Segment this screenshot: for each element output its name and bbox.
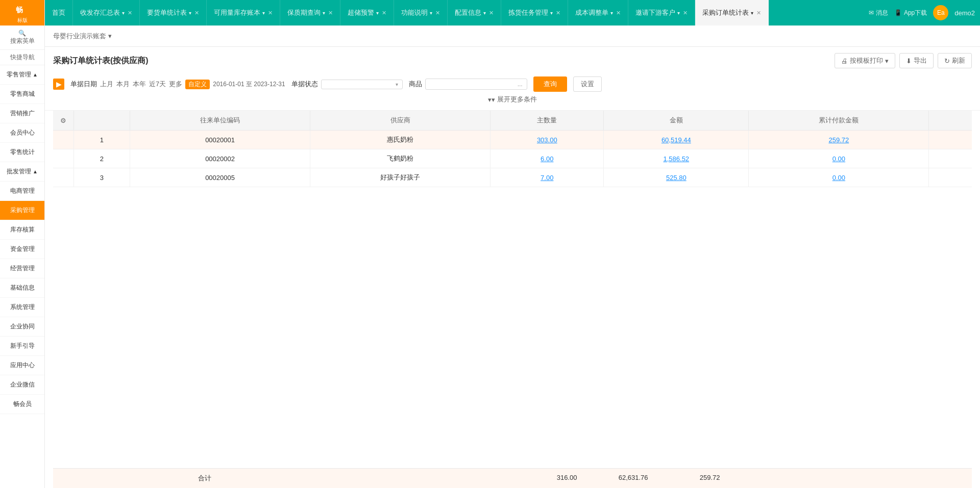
- tab-arrow-icon: ▾: [483, 10, 486, 16]
- tab-close-icon[interactable]: ✕: [683, 10, 688, 16]
- row-quantity[interactable]: 6.00: [491, 149, 604, 168]
- row-index: 2: [74, 149, 130, 168]
- tab-arrow-icon: ▾: [610, 10, 613, 16]
- sidebar-item-wholesale[interactable]: 批发管理 ▲: [0, 162, 44, 182]
- custom-date-badge[interactable]: 自定义: [185, 80, 210, 89]
- shortcut-more[interactable]: 更多: [169, 80, 182, 89]
- row-paid[interactable]: 259.72: [749, 131, 929, 149]
- row-quantity[interactable]: 303.00: [491, 131, 604, 149]
- message-button[interactable]: ✉ 消息: [869, 9, 888, 17]
- tab-close-icon[interactable]: ✕: [616, 10, 621, 16]
- row-extra: [929, 149, 972, 168]
- expand-more-row: ▾▾ 展开更多条件: [53, 92, 972, 106]
- sidebar-item-appcenter[interactable]: 应用中心: [0, 356, 44, 375]
- tab-close-icon[interactable]: ✕: [268, 10, 273, 16]
- sidebar-item-marketing[interactable]: 营销推广: [0, 104, 44, 123]
- sidebar-item-ecommerce[interactable]: 电商管理: [0, 182, 44, 201]
- tab-close-icon[interactable]: ✕: [382, 10, 386, 16]
- shortcut-7days[interactable]: 近7天: [149, 80, 166, 89]
- footer-paid: 259.72: [669, 474, 751, 483]
- sidebar-item-purchase[interactable]: 采购管理: [0, 201, 44, 220]
- tab-receive[interactable]: 收发存汇总表 ▾ ✕: [73, 0, 140, 25]
- tab-expiry[interactable]: 保质期查询 ▾ ✕: [280, 0, 340, 25]
- row-extra: [929, 131, 972, 149]
- query-button[interactable]: 查询: [533, 76, 567, 92]
- shortcut-this-year[interactable]: 本年: [133, 80, 146, 89]
- tab-config[interactable]: 配置信息 ▾ ✕: [448, 0, 501, 25]
- column-unit-code: 往来单位编码: [130, 111, 310, 131]
- sidebar-item-basic[interactable]: 基础信息: [0, 278, 44, 298]
- filter-status-item: 单据状态 ▾: [291, 80, 403, 89]
- sidebar-item-retail[interactable]: 零售管理 ▲: [0, 65, 44, 85]
- table-row: 1 00020001 惠氏奶粉 303.00 60,519.44 259.72: [53, 131, 972, 149]
- tab-close-icon[interactable]: ✕: [194, 10, 199, 16]
- avatar: Ea: [933, 5, 948, 20]
- shortcut-this-month[interactable]: 本月: [116, 80, 130, 89]
- sidebar-item-inventory[interactable]: 库存核算: [0, 220, 44, 240]
- app-download-button[interactable]: 📱 App下载: [894, 9, 927, 17]
- settings-button[interactable]: 设置: [573, 76, 602, 92]
- expand-more-button[interactable]: ▾▾ 展开更多条件: [488, 95, 537, 104]
- tab-close-icon[interactable]: ✕: [128, 10, 132, 16]
- tab-home[interactable]: 首页: [45, 0, 73, 25]
- export-button[interactable]: ⬇ 导出: [899, 53, 934, 68]
- row-amount[interactable]: 60,519.44: [604, 131, 749, 149]
- sidebar-item-wechat[interactable]: 企业微信: [0, 375, 44, 395]
- row-amount[interactable]: 1,586.52: [604, 149, 749, 168]
- row-amount[interactable]: 525.80: [604, 168, 749, 187]
- username-label[interactable]: demo2: [954, 9, 975, 17]
- tab-packing[interactable]: 拣货任务管理 ▾ ✕: [501, 0, 568, 25]
- sidebar-item-retail-stat[interactable]: 零售统计: [0, 143, 44, 162]
- filter-toggle-button[interactable]: ▶: [53, 79, 64, 90]
- tab-close-icon[interactable]: ✕: [328, 10, 333, 16]
- row-paid[interactable]: 0.00: [749, 168, 929, 187]
- export-icon: ⬇: [906, 57, 912, 65]
- account-selector[interactable]: 母婴行业演示账套 ▾: [53, 32, 112, 41]
- sidebar-item-finance[interactable]: 资金管理: [0, 240, 44, 259]
- tab-arrow-icon: ▾: [550, 10, 553, 16]
- footer-empty-3: [315, 474, 536, 483]
- data-table: ⚙ 往来单位编码 供应商 主数量 金额 累计付款金额 1: [53, 111, 972, 187]
- goods-input[interactable]: ...: [425, 79, 527, 90]
- tab-close-icon[interactable]: ✕: [556, 10, 560, 16]
- app-subtitle: 标版: [17, 17, 28, 24]
- table-body: 1 00020001 惠氏奶粉 303.00 60,519.44 259.72 …: [53, 131, 972, 187]
- tab-purchase-stat[interactable]: 采购订单统计表 ▾ ✕: [695, 0, 769, 25]
- tab-available[interactable]: 可用量库存账本 ▾ ✕: [207, 0, 280, 25]
- tab-close-icon[interactable]: ✕: [489, 10, 494, 16]
- tab-invite[interactable]: 邀请下游客户 ▾ ✕: [628, 0, 695, 25]
- goods-filter-label: 商品: [409, 80, 422, 89]
- refresh-button[interactable]: ↻ 刷新: [938, 53, 972, 68]
- page-header: 采购订单统计表(按供应商) 🖨 按模板打印 ▾ ⬇ 导出 ↻ 刷新: [45, 47, 980, 72]
- sidebar-item-operations[interactable]: 经营管理: [0, 259, 44, 278]
- row-settings: [53, 168, 74, 187]
- row-paid[interactable]: 0.00: [749, 149, 929, 168]
- tab-demand[interactable]: 要货单统计表 ▾ ✕: [140, 0, 207, 25]
- sidebar-item-quicknav[interactable]: 快捷导航: [0, 50, 44, 65]
- tab-funcguide[interactable]: 功能说明 ▾ ✕: [394, 0, 448, 25]
- sidebar-item-member[interactable]: 会员中心: [0, 123, 44, 143]
- page-actions: 🖨 按模板打印 ▾ ⬇ 导出 ↻ 刷新: [835, 53, 972, 68]
- sidebar-item-search[interactable]: 🔍 搜索英单: [0, 25, 44, 50]
- template-print-button[interactable]: 🖨 按模板打印 ▾: [835, 53, 895, 68]
- header-bar: 母婴行业演示账套 ▾: [45, 25, 980, 47]
- date-from-value: 2016-01-01 至 2023-12-31: [213, 80, 285, 89]
- more-options-icon[interactable]: ...: [518, 81, 523, 88]
- app-logo[interactable]: 畅 标版: [0, 0, 44, 25]
- sidebar-item-system[interactable]: 系统管理: [0, 298, 44, 317]
- tab-close-icon[interactable]: ✕: [435, 10, 440, 16]
- shortcut-last-month[interactable]: 上月: [100, 80, 113, 89]
- sidebar-item-newguide[interactable]: 新手引导: [0, 337, 44, 356]
- row-quantity[interactable]: 7.00: [491, 168, 604, 187]
- tab-overstock[interactable]: 超储预警 ▾ ✕: [340, 0, 394, 25]
- column-settings[interactable]: ⚙: [53, 111, 74, 131]
- sidebar-item-vip[interactable]: 畅会员: [0, 395, 44, 414]
- chevron-down-icon: ▾: [396, 82, 398, 87]
- sidebar-item-enterprise[interactable]: 企业协同: [0, 317, 44, 337]
- status-select[interactable]: ▾: [321, 80, 403, 89]
- table-row: 2 00020002 飞鹤奶粉 6.00 1,586.52 0.00: [53, 149, 972, 168]
- tab-close-icon[interactable]: ✕: [756, 10, 761, 16]
- expand-icon: ▲: [33, 169, 38, 174]
- sidebar-item-retail-shop[interactable]: 零售商城: [0, 85, 44, 104]
- tab-cost[interactable]: 成本调整单 ▾ ✕: [568, 0, 628, 25]
